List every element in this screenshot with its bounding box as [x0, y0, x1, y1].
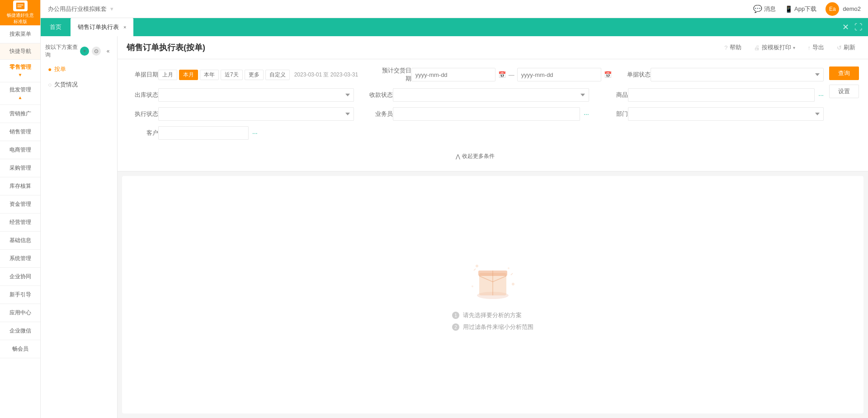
- tab-close-icon[interactable]: ×: [123, 24, 126, 30]
- export-label: 导出: [812, 43, 824, 52]
- svg-point-5: [476, 265, 478, 267]
- avatar-text: Ea: [829, 6, 836, 12]
- filter-row-1: 单据日期 上月 本月 本年 近7天 更多 自定义: [127, 66, 824, 83]
- filter-cell-delivery: 预计交货日期 📅 — 📅: [380, 66, 612, 83]
- status-label: 单据状态: [619, 71, 651, 79]
- svg-point-8: [472, 285, 473, 287]
- sidebar-item-label: 营销推广: [9, 110, 31, 118]
- out-status-label: 出库状态: [127, 91, 158, 99]
- chevron-down-icon: ▼: [18, 72, 23, 78]
- this-year-button[interactable]: 本年: [200, 70, 219, 80]
- tab-expand-icon[interactable]: ⛶: [853, 21, 864, 34]
- calendar-start-icon[interactable]: 📅: [498, 71, 506, 78]
- sidebar-item-newbie[interactable]: 新手引导: [0, 286, 41, 304]
- status-control: [651, 68, 824, 81]
- receipt-status-select[interactable]: [393, 88, 589, 102]
- sidebar-item-enterprise[interactable]: 企业协同: [0, 268, 41, 286]
- delivery-start-input[interactable]: [411, 68, 495, 81]
- sidebar-item-apps[interactable]: 应用中心: [0, 304, 41, 322]
- add-scheme-button[interactable]: +: [80, 47, 89, 56]
- date-buttons-group: 上月 本月 本年 近7天 更多 自定义: [158, 70, 290, 80]
- refresh-button[interactable]: ↺ 刷新: [833, 42, 859, 53]
- last-7days-button[interactable]: 近7天: [221, 70, 243, 80]
- sidebar-item-inventory[interactable]: 库存核算: [0, 177, 41, 195]
- sidebar-item-sales[interactable]: 销售管理: [0, 123, 41, 141]
- custom-date-button[interactable]: 自定义: [265, 70, 290, 80]
- empty-step-1: 1 请先选择要分析的方案: [452, 309, 533, 321]
- breadcrumb: 办公用品行业模拟账套 ▾: [48, 5, 113, 13]
- more-date-button[interactable]: 更多: [245, 70, 264, 80]
- refresh-icon: ↺: [837, 44, 842, 51]
- customer-more-icon[interactable]: ···: [252, 129, 258, 137]
- exec-status-select[interactable]: [158, 107, 354, 121]
- sidebar-quick-nav[interactable]: 快捷导航: [0, 43, 41, 60]
- goods-more-icon[interactable]: ···: [818, 91, 824, 99]
- template-print-button[interactable]: 🖨 按模板打印 ▾: [750, 42, 799, 53]
- this-month-button[interactable]: 本月: [179, 70, 198, 80]
- svg-line-9: [474, 269, 476, 271]
- left-panel-item-press[interactable]: ● 按单: [41, 62, 117, 77]
- sidebar-item-wholesale[interactable]: 批发管理 ▲: [0, 82, 41, 105]
- breadcrumb-text: 办公用品行业模拟账套: [48, 5, 107, 13]
- collapse-panel-button[interactable]: «: [104, 47, 113, 56]
- filter-row-2: 出库状态 收款状态: [127, 88, 824, 102]
- copy-scheme-button[interactable]: ⊙: [92, 47, 101, 56]
- setting-button[interactable]: 设置: [829, 85, 859, 98]
- customer-input[interactable]: [158, 126, 249, 140]
- sidebar-item-ecommerce[interactable]: 电商管理: [0, 141, 41, 159]
- sidebar-item-marketing[interactable]: 营销推广: [0, 105, 41, 123]
- export-button[interactable]: ↑ 导出: [804, 42, 828, 53]
- sidebar-item-label: 采购管理: [9, 164, 31, 172]
- sidebar-logo[interactable]: 畅捷通好生意 标准版: [0, 0, 41, 25]
- svg-point-7: [512, 283, 514, 285]
- tab-sales-order[interactable]: 销售订单执行表 ×: [71, 18, 133, 36]
- user-avatar-button[interactable]: Ea demo2: [826, 2, 861, 16]
- salesperson-input[interactable]: [393, 107, 580, 121]
- sidebar-item-retail[interactable]: 零售管理 ▼: [0, 60, 41, 82]
- filter-cell-status: 单据状态: [619, 68, 824, 81]
- app-download-button[interactable]: 📱 App下载: [785, 5, 816, 13]
- sidebar-item-label: 资金管理: [9, 200, 31, 208]
- goods-input[interactable]: [628, 88, 815, 102]
- collapse-filters-button[interactable]: ⋀ 收起更多条件: [452, 149, 498, 164]
- help-button[interactable]: ? 帮助: [721, 42, 745, 53]
- sidebar-item-basic[interactable]: 基础信息: [0, 232, 41, 250]
- delivery-end-input[interactable]: [517, 68, 601, 81]
- left-panel-title: 按以下方案查询: [45, 43, 80, 59]
- app-download-icon: 📱: [785, 5, 793, 13]
- collapse-up-icon: ⋀: [456, 153, 460, 160]
- dept-select[interactable]: [628, 107, 824, 121]
- salesperson-more-icon[interactable]: ···: [584, 110, 589, 118]
- date-range-text: 2023-03-01 至 2023-03-31: [294, 71, 358, 79]
- sidebar-item-system[interactable]: 系统管理: [0, 250, 41, 268]
- tab-home[interactable]: 首页: [41, 18, 71, 36]
- tab-home-label: 首页: [50, 23, 61, 31]
- calendar-end-icon[interactable]: 📅: [604, 71, 612, 78]
- delivery-control: 📅 — 📅: [411, 68, 612, 81]
- filter-section-inner: 单据日期 上月 本月 本年 近7天 更多 自定义: [127, 66, 859, 164]
- sidebar-item-label: 经营管理: [9, 218, 31, 226]
- last-month-button[interactable]: 上月: [158, 70, 177, 80]
- empty-illustration: [466, 257, 520, 302]
- sidebar-item-label: 新手引导: [9, 291, 31, 299]
- sidebar-item-purchase[interactable]: 采购管理: [0, 159, 41, 177]
- sidebar-item-operations[interactable]: 经营管理: [0, 214, 41, 232]
- sidebar-item-finance[interactable]: 资金管理: [0, 195, 41, 214]
- svg-point-6: [508, 267, 509, 269]
- sidebar-search-menu[interactable]: 搜索菜单: [0, 25, 41, 43]
- left-panel-item-owe[interactable]: ○ 欠货情况: [41, 77, 117, 92]
- sidebar-item-member[interactable]: 畅会员: [0, 340, 41, 358]
- sidebar-item-label: 企业微信: [9, 327, 31, 335]
- sidebar-item-label: 基础信息: [9, 237, 31, 244]
- search-button[interactable]: 查询: [829, 66, 859, 80]
- chevron-up-icon: ▲: [18, 95, 23, 101]
- sidebar-item-label: 零售管理: [9, 63, 31, 71]
- out-status-select[interactable]: [158, 88, 354, 102]
- message-button[interactable]: 💬 消息: [753, 5, 776, 13]
- status-select[interactable]: [651, 68, 824, 81]
- empty-step-2: 2 用过滤条件来缩小分析范围: [452, 321, 533, 333]
- sidebar-item-wechat[interactable]: 企业微信: [0, 322, 41, 340]
- message-icon: 💬: [753, 5, 762, 13]
- message-label: 消息: [764, 5, 776, 13]
- tab-minimize-icon[interactable]: ✕: [840, 20, 851, 34]
